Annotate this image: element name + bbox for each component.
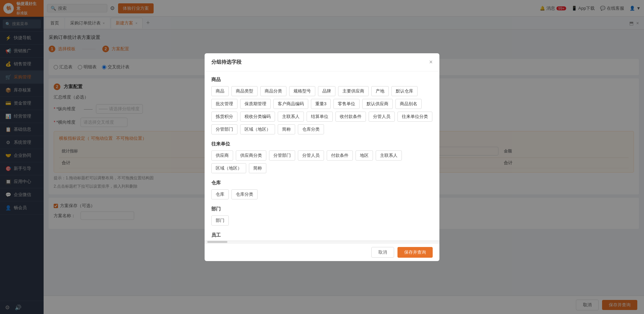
field-tag-supplier-cat[interactable]: 供应商分类 (236, 150, 266, 161)
modal: 分组待选字段 × 商品 商品 商品类型 商品分类 规格型号 品牌 主要供应商 产… (205, 53, 439, 261)
modal-footer: 取消 保存并查询 (205, 243, 439, 261)
modal-hscrollbar[interactable] (205, 241, 439, 243)
field-group-warehouse-title: 仓库 (211, 180, 433, 186)
field-group-partner-title: 往来单位 (211, 141, 433, 147)
field-tag-area2-p[interactable]: 区域（地区） (211, 163, 246, 173)
field-tag-payment-terms[interactable]: 收付款条件 (335, 112, 366, 122)
modal-close-button[interactable]: × (429, 59, 433, 66)
hscrollbar-thumb (207, 241, 227, 243)
field-tag-settlement-unit[interactable]: 结算单位 (307, 112, 333, 122)
field-group-employee-title: 员工 (211, 232, 433, 238)
field-tag-goods-type[interactable]: 商品类型 (231, 86, 258, 96)
field-tag-wh-cat[interactable]: 仓库分类 (231, 189, 258, 199)
field-tag-region-area[interactable]: 区域（地区） (240, 124, 275, 134)
field-tag-brand[interactable]: 品牌 (318, 86, 335, 96)
field-group-partner: 往来单位 供应商 供应商分类 分管部门 分管人员 付款条件 地区 主联系人 区域… (211, 141, 433, 173)
field-tag-weight3[interactable]: 重量3 (311, 99, 331, 109)
field-tag-dept[interactable]: 部门 (211, 215, 229, 226)
field-tag-wh-category[interactable]: 仓库分类 (298, 124, 324, 134)
field-tag-main-contact[interactable]: 主联系人 (278, 112, 304, 122)
field-tag-supplier[interactable]: 供应商 (211, 150, 233, 161)
field-tag-source-unit-cat[interactable]: 往来单位分类 (397, 112, 432, 122)
field-group-dept: 部门 部门 (211, 206, 433, 226)
field-group-warehouse: 仓库 仓库 仓库分类 (211, 180, 433, 199)
field-tag-goods[interactable]: 商品 (211, 86, 229, 96)
modal-confirm-button[interactable]: 保存并查询 (397, 247, 433, 258)
field-group-employee: 员工 业务员 (211, 232, 433, 241)
modal-header: 分组待选字段 × (205, 53, 439, 71)
goods-tags: 商品 商品类型 商品分类 规格型号 品牌 主要供应商 产地 默认仓库 批次管理 … (211, 86, 433, 134)
field-group-goods: 商品 商品 商品类型 商品分类 规格型号 品牌 主要供应商 产地 默认仓库 批次… (211, 77, 433, 134)
field-tag-dept-p[interactable]: 分管部门 (269, 150, 295, 161)
field-tag-customer-code[interactable]: 客户商品编码 (273, 99, 308, 109)
field-tag-wh[interactable]: 仓库 (211, 189, 229, 199)
field-tag-default-supplier[interactable]: 默认供应商 (362, 99, 393, 109)
field-tag-short-name2[interactable]: 简称 (249, 163, 266, 173)
field-tag-main-supplier[interactable]: 主要供应商 (338, 86, 369, 96)
field-tag-responsible-person[interactable]: 分管人员 (369, 112, 395, 122)
dept-tags: 部门 (211, 215, 433, 226)
field-tag-area-p[interactable]: 地区 (356, 150, 373, 161)
field-tag-goods-alias[interactable]: 商品别名 (395, 99, 422, 109)
field-tag-origin[interactable]: 产地 (371, 86, 389, 96)
field-tag-dept-managed[interactable]: 分管部门 (211, 124, 237, 134)
field-tag-dept-person-p[interactable]: 分管人员 (298, 150, 324, 161)
field-group-goods-title: 商品 (211, 77, 433, 83)
partner-tags: 供应商 供应商分类 分管部门 分管人员 付款条件 地区 主联系人 区域（地区） … (211, 150, 433, 173)
field-tag-pickup-points[interactable]: 拣货积分 (211, 112, 237, 122)
field-tag-contact-person[interactable]: 主联系人 (376, 150, 402, 161)
modal-title: 分组待选字段 (211, 59, 241, 65)
field-group-dept-title: 部门 (211, 206, 433, 212)
field-tag-retail-unit[interactable]: 零售单位 (333, 99, 360, 109)
field-tag-spec-type[interactable]: 规格型号 (289, 86, 315, 96)
field-tag-expiry-mgmt[interactable]: 保质期管理 (240, 99, 271, 109)
warehouse-tags: 仓库 仓库分类 (211, 189, 433, 199)
field-tag-batch-mgmt[interactable]: 批次管理 (211, 99, 237, 109)
field-tag-short-name[interactable]: 简称 (278, 124, 295, 134)
modal-body[interactable]: 商品 商品 商品类型 商品分类 规格型号 品牌 主要供应商 产地 默认仓库 批次… (205, 71, 439, 241)
modal-cancel-button[interactable]: 取消 (371, 247, 394, 258)
field-tag-payment-cond[interactable]: 付款条件 (327, 150, 353, 161)
field-tag-default-warehouse[interactable]: 默认仓库 (391, 86, 418, 96)
field-tag-tax-code[interactable]: 税收分类编码 (240, 112, 275, 122)
field-tag-goods-category[interactable]: 商品分类 (260, 86, 286, 96)
